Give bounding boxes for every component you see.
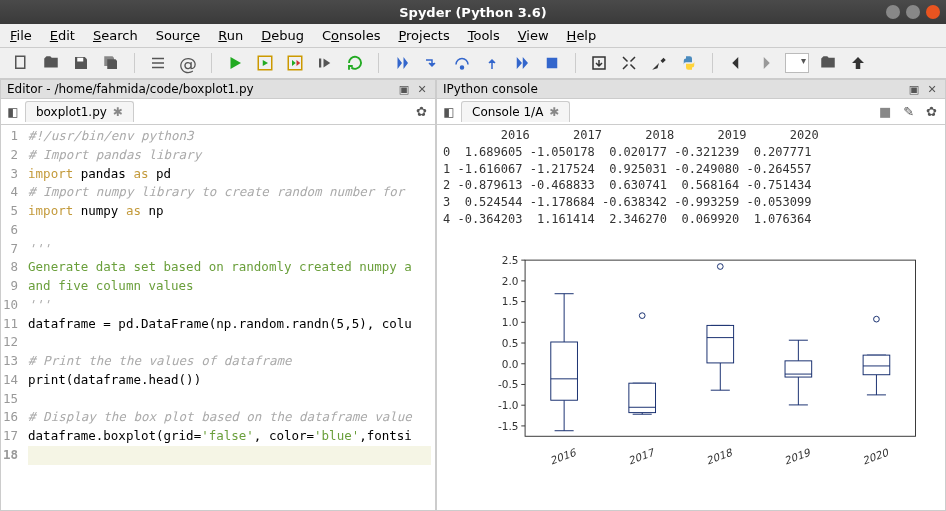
svg-text:1.0: 1.0 bbox=[502, 316, 519, 328]
run-selection-icon[interactable] bbox=[314, 52, 336, 74]
python-icon[interactable] bbox=[678, 52, 700, 74]
console-tab-close-icon[interactable]: ✱ bbox=[549, 105, 559, 119]
list-icon[interactable] bbox=[147, 52, 169, 74]
editor-pane: Editor - /home/fahmida/code/boxplot1.py … bbox=[0, 79, 436, 511]
console-tab[interactable]: Console 1/A ✱ bbox=[461, 101, 570, 122]
save-icon[interactable] bbox=[70, 52, 92, 74]
svg-point-8 bbox=[461, 66, 464, 69]
menubar: File Edit Search Source Run Debug Consol… bbox=[0, 24, 946, 48]
console-tab-label: Console 1/A bbox=[472, 105, 543, 119]
svg-rect-45 bbox=[629, 383, 656, 412]
minimize-button[interactable] bbox=[886, 5, 900, 19]
svg-text:-1.0: -1.0 bbox=[498, 399, 518, 411]
svg-text:1.5: 1.5 bbox=[502, 295, 519, 307]
svg-rect-65 bbox=[863, 355, 890, 375]
console-pane-close-icon[interactable]: ✕ bbox=[925, 82, 939, 96]
debug-step-icon[interactable] bbox=[391, 52, 413, 74]
svg-text:2016: 2016 bbox=[548, 445, 578, 466]
svg-text:2.0: 2.0 bbox=[502, 274, 519, 286]
menu-search[interactable]: Search bbox=[93, 28, 138, 43]
svg-rect-7 bbox=[319, 59, 321, 68]
svg-text:2017: 2017 bbox=[626, 445, 656, 466]
editor-options-icon[interactable]: ✿ bbox=[412, 104, 431, 119]
svg-rect-52 bbox=[707, 325, 734, 363]
maximize-button[interactable] bbox=[906, 5, 920, 19]
svg-text:0.0: 0.0 bbox=[502, 357, 519, 369]
svg-rect-59 bbox=[785, 361, 812, 377]
code-editor[interactable]: 123456789101112131415161718 #!/usr/bin/e… bbox=[1, 125, 435, 510]
toolbar: @ bbox=[0, 48, 946, 79]
menu-source[interactable]: Source bbox=[156, 28, 201, 43]
menu-file[interactable]: File bbox=[10, 28, 32, 43]
menu-help[interactable]: Help bbox=[567, 28, 597, 43]
console-pane-options-icon[interactable]: ▣ bbox=[907, 82, 921, 96]
pane-close-icon[interactable]: ✕ bbox=[415, 82, 429, 96]
close-window-button[interactable] bbox=[926, 5, 940, 19]
pane-options-icon[interactable]: ▣ bbox=[397, 82, 411, 96]
run-cell-icon[interactable] bbox=[254, 52, 276, 74]
editor-tab-label: boxplot1.py bbox=[36, 105, 107, 119]
preferences-icon[interactable] bbox=[648, 52, 670, 74]
window-title: Spyder (Python 3.6) bbox=[399, 5, 547, 20]
svg-rect-9 bbox=[547, 58, 558, 69]
svg-rect-1 bbox=[77, 58, 83, 62]
svg-text:-0.5: -0.5 bbox=[498, 378, 518, 390]
svg-text:-1.5: -1.5 bbox=[498, 420, 518, 432]
menu-projects[interactable]: Projects bbox=[398, 28, 449, 43]
console-clear-icon[interactable]: ✎ bbox=[899, 104, 918, 119]
svg-text:2020: 2020 bbox=[860, 445, 890, 466]
console-pane: IPython console ▣ ✕ ◧ Console 1/A ✱ ■ ✎ … bbox=[436, 79, 946, 511]
svg-text:2.5: 2.5 bbox=[502, 254, 519, 266]
titlebar: Spyder (Python 3.6) bbox=[0, 0, 946, 24]
at-icon[interactable]: @ bbox=[177, 52, 199, 74]
import-icon[interactable] bbox=[588, 52, 610, 74]
save-all-icon[interactable] bbox=[100, 52, 122, 74]
rerun-icon[interactable] bbox=[344, 52, 366, 74]
menu-view[interactable]: View bbox=[518, 28, 549, 43]
console-tab-list-icon[interactable]: ◧ bbox=[441, 104, 457, 120]
run-icon[interactable] bbox=[224, 52, 246, 74]
debug-continue-icon[interactable] bbox=[511, 52, 533, 74]
svg-text:2019: 2019 bbox=[782, 445, 812, 466]
editor-pane-title: Editor - /home/fahmida/code/boxplot1.py bbox=[7, 82, 393, 96]
menu-tools[interactable]: Tools bbox=[468, 28, 500, 43]
editor-tab[interactable]: boxplot1.py ✱ bbox=[25, 101, 134, 122]
menu-run[interactable]: Run bbox=[218, 28, 243, 43]
new-file-icon[interactable] bbox=[10, 52, 32, 74]
menu-debug[interactable]: Debug bbox=[261, 28, 304, 43]
console-pane-title: IPython console bbox=[443, 82, 903, 96]
forward-icon[interactable] bbox=[755, 52, 777, 74]
tab-list-icon[interactable]: ◧ bbox=[5, 104, 21, 120]
svg-text:0.5: 0.5 bbox=[502, 337, 519, 349]
svg-rect-0 bbox=[16, 56, 25, 68]
maximize-pane-icon[interactable] bbox=[618, 52, 640, 74]
svg-rect-39 bbox=[551, 342, 578, 400]
parent-dir-icon[interactable] bbox=[847, 52, 869, 74]
menu-consoles[interactable]: Consoles bbox=[322, 28, 380, 43]
editor-tab-close-icon[interactable]: ✱ bbox=[113, 105, 123, 119]
console-stop-icon[interactable]: ■ bbox=[875, 104, 895, 119]
svg-text:2018: 2018 bbox=[704, 445, 734, 466]
menu-edit[interactable]: Edit bbox=[50, 28, 75, 43]
run-cell-advance-icon[interactable] bbox=[284, 52, 306, 74]
browse-dir-icon[interactable] bbox=[817, 52, 839, 74]
debug-stop-icon[interactable] bbox=[541, 52, 563, 74]
open-file-icon[interactable] bbox=[40, 52, 62, 74]
debug-step-over-icon[interactable] bbox=[451, 52, 473, 74]
debug-step-in-icon[interactable] bbox=[421, 52, 443, 74]
back-icon[interactable] bbox=[725, 52, 747, 74]
console-options-icon[interactable]: ✿ bbox=[922, 104, 941, 119]
working-dir-dropdown[interactable] bbox=[785, 53, 809, 73]
console-output[interactable]: 2016 2017 2018 2019 2020 0 1.689605 -1.0… bbox=[437, 125, 945, 230]
boxplot-chart: -1.5-1.0-0.50.00.51.01.52.02.52016201720… bbox=[437, 230, 945, 510]
debug-step-out-icon[interactable] bbox=[481, 52, 503, 74]
